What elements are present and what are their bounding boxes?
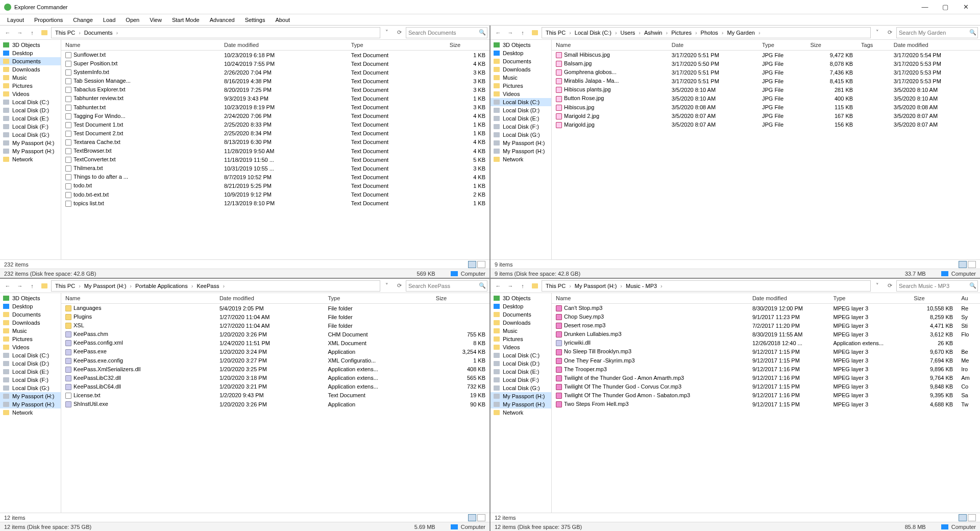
breadcrumb-item[interactable]: Documents [83, 30, 114, 36]
file-row[interactable]: todo.txt-ext.txt10/9/2019 9:12 PMText Do… [61, 190, 489, 199]
file-row[interactable]: KeePassLibC64.dll1/20/2020 3:21 PMApplic… [61, 382, 489, 391]
chevron-down-icon[interactable]: ˅ [381, 280, 393, 292]
view-details-icon[interactable] [468, 261, 476, 268]
tree-item[interactable]: Documents [0, 310, 61, 319]
column-header[interactable]: Type [324, 293, 431, 304]
file-row[interactable]: Two Steps From Hell.mp39/12/2017 1:15 PM… [552, 400, 980, 408]
file-row[interactable]: Hibiscus plants.jpg3/5/2020 8:10 AMJPG F… [552, 85, 980, 94]
tree-item[interactable]: My Passport (H:) [491, 147, 551, 155]
file-row[interactable]: KeePass.exe.config1/20/2020 3:27 PMXML C… [61, 356, 489, 365]
tree-item[interactable]: My Passport (H:) [0, 392, 61, 400]
file-row[interactable]: ShInstUtil.exe1/20/2020 3:26 PMApplicati… [61, 400, 489, 408]
menu-about[interactable]: About [270, 15, 295, 25]
file-row[interactable]: Super Position.txt10/24/2019 7:55 PMText… [61, 59, 489, 68]
tree-item[interactable]: Downloads [0, 319, 61, 327]
file-row[interactable]: Can't Stop.mp38/30/2019 12:00 PMMPEG lay… [552, 304, 980, 313]
file-row[interactable]: No Sleep Till Brooklyn.mp39/12/2017 1:15… [552, 347, 980, 356]
tree-item[interactable]: Videos [0, 343, 61, 351]
file-row[interactable]: Desert rose.mp37/2/2017 11:20 PMMPEG lay… [552, 321, 980, 330]
column-header[interactable]: Date modified [890, 40, 980, 51]
column-header[interactable]: Type [758, 40, 806, 51]
column-header[interactable]: Size [806, 40, 857, 51]
tree-item[interactable]: 3D Objects [491, 41, 551, 49]
forward-icon[interactable]: → [14, 27, 26, 38]
file-row[interactable]: KeePass.chm1/20/2020 3:26 PMCHM Document… [61, 330, 489, 339]
nav-tree[interactable]: 3D ObjectsDesktopDocumentsDownloadsMusic… [491, 40, 552, 259]
tree-item[interactable]: My Passport (H:) [491, 400, 551, 408]
file-row[interactable]: License.txt1/2/2020 9:43 PMText Document… [61, 391, 489, 400]
column-header[interactable]: Date modified [215, 293, 324, 304]
tree-item[interactable]: Documents [491, 57, 551, 65]
menu-view[interactable]: View [144, 15, 167, 25]
file-row[interactable]: Tabaclus Explorer.txt8/20/2019 7:25 PMTe… [61, 85, 489, 94]
file-row[interactable]: TextBrowser.txt11/28/2019 9:50 AMText Do… [61, 147, 489, 155]
tree-item[interactable]: Local Disk (F:) [0, 123, 61, 131]
file-row[interactable]: Tabhunter review.txt9/3/2019 3:43 PMText… [61, 94, 489, 103]
file-row[interactable]: Twilight of the Thunder God - Amon Amart… [552, 374, 980, 382]
file-row[interactable]: KeePass.config.xml1/24/2020 11:51 PMXML … [61, 339, 489, 347]
file-row[interactable]: todo.txt8/21/2019 5:25 PMText Document1 … [61, 181, 489, 190]
search-input[interactable]: 🔍 [896, 280, 978, 292]
file-row[interactable]: The Trooper.mp39/12/2017 1:16 PMMPEG lay… [552, 365, 980, 374]
tree-item[interactable]: Pictures [0, 335, 61, 343]
column-header[interactable]: Size [446, 40, 489, 51]
file-list[interactable]: NameDate modifiedTypeSizeSunflower.txt10… [61, 40, 489, 259]
tree-item[interactable]: Local Disk (C:) [491, 98, 551, 106]
tree-item[interactable]: Pictures [491, 335, 551, 343]
tree-item[interactable]: Local Disk (G:) [0, 131, 61, 139]
file-row[interactable]: Tab Session Manage...8/16/2019 4:38 PMTe… [61, 77, 489, 85]
tree-item[interactable]: Pictures [0, 82, 61, 90]
breadcrumb-item[interactable]: Local Disk (C:) [573, 30, 613, 36]
file-row[interactable]: KeePass.XmlSerializers.dll1/20/2020 3:25… [61, 365, 489, 374]
file-row[interactable]: XSL1/27/2020 11:04 AMFile folder [61, 321, 489, 330]
tree-item[interactable]: Documents [0, 57, 61, 65]
tree-item[interactable]: Local Disk (C:) [0, 351, 61, 359]
view-tiles-icon[interactable] [477, 261, 485, 268]
file-row[interactable]: topics list.txt12/13/2019 8:10 PMText Do… [61, 199, 489, 208]
file-row[interactable]: Balsam.jpg3/17/2020 5:50 PMJPG File8,078… [552, 59, 980, 68]
file-list[interactable]: NameDate modifiedTypeSizeLanguages5/4/20… [61, 293, 489, 513]
search-input[interactable]: 🔍 [406, 280, 487, 292]
breadcrumb-item[interactable]: KeePass [195, 283, 220, 289]
breadcrumb-item[interactable]: This PC [544, 30, 567, 36]
nav-tree[interactable]: 3D ObjectsDesktopDocumentsDownloadsMusic… [0, 40, 61, 259]
column-header[interactable]: Tags [857, 40, 890, 51]
minimize-button[interactable]: — [915, 0, 935, 14]
tree-item[interactable]: Videos [491, 90, 551, 98]
column-header[interactable]: Date modified [220, 40, 347, 51]
tree-item[interactable]: Music [0, 327, 61, 335]
tree-item[interactable]: Local Disk (E:) [0, 114, 61, 123]
tree-item[interactable]: My Passport (H:) [491, 392, 551, 400]
menu-change[interactable]: Change [68, 15, 98, 25]
tree-item[interactable]: Downloads [491, 65, 551, 74]
file-row[interactable]: Twilight Of The Thunder God - Corvus Cor… [552, 382, 980, 391]
file-row[interactable]: Drunken Lullabies.mp38/30/2019 11:55 AMM… [552, 330, 980, 339]
tree-item[interactable]: Pictures [491, 82, 551, 90]
tree-item[interactable]: Local Disk (E:) [491, 114, 551, 123]
refresh-icon[interactable]: ⟳ [394, 27, 405, 38]
breadcrumb-item[interactable]: Photos [699, 30, 720, 36]
menu-advanced[interactable]: Advanced [205, 15, 240, 25]
tree-item[interactable]: Local Disk (E:) [491, 368, 551, 376]
tree-item[interactable]: Desktop [491, 49, 551, 57]
file-row[interactable]: KeePassLibC32.dll1/20/2020 3:18 PMApplic… [61, 374, 489, 382]
breadcrumb-item[interactable]: Users [619, 30, 637, 36]
breadcrumb-item[interactable]: This PC [54, 283, 77, 289]
view-details-icon[interactable] [959, 514, 967, 521]
file-row[interactable]: Things to do after a ...8/7/2019 10:52 P… [61, 173, 489, 181]
back-icon[interactable]: ← [493, 27, 504, 38]
tree-item[interactable]: Local Disk (G:) [491, 131, 551, 139]
breadcrumb-item[interactable]: Music - MP3 [624, 283, 658, 289]
file-list[interactable]: NameDate modifiedTypeSizeAuCan't Stop.mp… [552, 293, 980, 513]
file-row[interactable]: Test Document 2.txt2/25/2020 8:34 PMText… [61, 129, 489, 138]
column-header[interactable]: Name [61, 40, 220, 51]
file-row[interactable]: One They Fear -Skyrim.mp39/12/2017 1:15 … [552, 356, 980, 365]
column-header[interactable]: Name [552, 40, 668, 51]
menu-open[interactable]: Open [120, 15, 144, 25]
tree-item[interactable]: Local Disk (C:) [0, 98, 61, 106]
file-row[interactable]: Hibiscus.jpg3/5/2020 8:08 AMJPG File115 … [552, 103, 980, 112]
breadcrumb-item[interactable]: Pictures [670, 30, 693, 36]
tree-item[interactable]: Documents [491, 310, 551, 319]
tree-item[interactable]: Downloads [0, 65, 61, 74]
column-header[interactable]: Au [957, 293, 980, 304]
